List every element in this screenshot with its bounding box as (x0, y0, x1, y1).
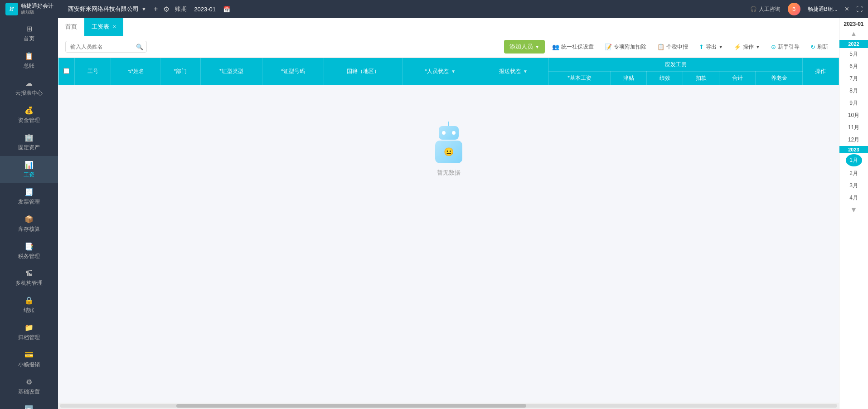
special-deduct-button[interactable]: 📝 专项附加扣除 (601, 41, 650, 53)
export-button[interactable]: ⬆ 导出 ▼ (695, 41, 727, 53)
add-person-arrow-icon: ▼ (535, 44, 539, 49)
month-2022-07[interactable]: 7月 (839, 73, 868, 85)
sidebar-label-invoice: 发票管理 (18, 198, 40, 206)
add-person-button[interactable]: 添加人员 ▼ (504, 40, 545, 54)
month-2023-03[interactable]: 3月 (839, 180, 868, 192)
guide-icon: 🆕 (24, 405, 34, 409)
operation-button[interactable]: ⚡ 操作 ▼ (730, 41, 764, 53)
user-avatar: B (788, 3, 800, 15)
sidebar-item-close-accounts[interactable]: 🔒 结账 (0, 292, 58, 319)
sidebar-item-asset[interactable]: 🏢 固定资产 (0, 129, 58, 156)
toolbar-right: 添加人员 ▼ 👥 统一社保设置 📝 专项附加扣除 📋 个税申报 ⬆ (504, 40, 832, 54)
sidebar-label-tax: 税务管理 (18, 253, 40, 260)
multi-icon: 🏗 (25, 269, 33, 278)
tab-wage-close[interactable]: × (113, 24, 116, 30)
robot-eye-left (442, 131, 446, 135)
header-id-type: *证型类型 (200, 58, 262, 85)
sidebar-item-home[interactable]: ⊞ 首页 (0, 20, 58, 47)
robot-face: 😐 (444, 147, 454, 157)
tab-wage-label: 工资表 (92, 23, 109, 31)
table-wrap: 工号 ⇅*姓名 *部门 *证型类型 *证型号码 国籍（地区） *人员状态 ▼ 报… (58, 58, 839, 403)
horizontal-scrollbar[interactable] (58, 403, 839, 409)
social-security-label: 统一社保设置 (561, 43, 594, 51)
month-2022-11[interactable]: 11月 (839, 122, 868, 134)
year-2023-badge: 2023 (839, 146, 868, 153)
tax-declare-label: 个税申报 (666, 43, 688, 51)
service-label: 人工咨询 (759, 5, 781, 13)
search-input[interactable] (65, 41, 147, 53)
header-employee-id: 工号 (75, 58, 111, 85)
header-performance: 绩效 (647, 72, 683, 85)
sidebar-item-ledger[interactable]: 📋 总账 (0, 47, 58, 74)
filter-report-status-icon: ▼ (523, 69, 528, 74)
year-2022-label: 2022 (839, 40, 868, 48)
close-window-button[interactable]: × (845, 5, 849, 13)
expand-window-button[interactable]: ⛶ (856, 5, 863, 13)
sidebar-item-settings[interactable]: ⚙ 基础设置 (0, 373, 58, 400)
month-2022-10[interactable]: 10月 (839, 109, 868, 122)
refresh-button[interactable]: ↻ 刷新 (807, 41, 832, 53)
export-icon: ⬆ (699, 44, 704, 50)
add-button[interactable]: + (154, 5, 158, 13)
inventory-icon: 📦 (24, 215, 34, 224)
sidebar-item-cloud[interactable]: ☁ 云报表中心 (0, 74, 58, 102)
scrollbar-thumb[interactable] (176, 404, 526, 408)
settings-nav-icon: ⚙ (26, 378, 32, 386)
invoice-icon: 🧾 (24, 188, 34, 196)
filter-person-status-icon: ▼ (451, 69, 456, 74)
guide-label: 新手引导 (778, 43, 800, 51)
sidebar-label-cloud: 云报表中心 (15, 89, 43, 97)
toolbar: 🔍 添加人员 ▼ 👥 统一社保设置 📝 专项附加扣除 📋 个税申报 (58, 36, 839, 58)
sidebar-item-tax[interactable]: 📑 税务管理 (0, 238, 58, 265)
social-security-button[interactable]: 👥 统一社保设置 (548, 41, 597, 53)
calendar-icon[interactable]: 📅 (223, 6, 230, 13)
refresh-label: 刷新 (817, 43, 828, 51)
sidebar-item-expense[interactable]: 💳 小畅报销 (0, 346, 58, 373)
right-date-panel: 2023-01 ▲ 2022 5月 6月 7月 8月 9月 10月 11月 12… (839, 18, 868, 409)
scroll-up-button[interactable]: ▲ (849, 28, 859, 40)
fund-icon: 💰 (24, 106, 34, 115)
sidebar-item-fund[interactable]: 💰 资金管理 (0, 102, 58, 129)
month-2023-02[interactable]: 2月 (839, 167, 868, 180)
company-selector[interactable]: 西安虾米网络科技有限公司 ▼ (68, 5, 146, 13)
add-person-label: 添加人员 (509, 43, 533, 51)
month-2022-08[interactable]: 8月 (839, 85, 868, 97)
main-layout: ⊞ 首页 📋 总账 ☁ 云报表中心 💰 资金管理 🏢 固定资产 📊 工资 🧾 发… (0, 18, 868, 409)
tab-wage[interactable]: 工资表 × (84, 18, 123, 36)
sidebar-item-guide[interactable]: 🆕 新手引导 (0, 400, 58, 409)
operation-arrow-icon: ▼ (756, 44, 760, 49)
asset-icon: 🏢 (24, 133, 34, 142)
tax-declare-button[interactable]: 📋 个税申报 (654, 41, 692, 53)
service-button[interactable]: 🎧 人工咨询 (750, 5, 781, 13)
sidebar-item-wage[interactable]: 📊 工资 (0, 156, 58, 183)
sidebar-label-asset: 固定资产 (18, 144, 40, 151)
robot-eye-right (452, 131, 456, 135)
month-2022-09[interactable]: 9月 (839, 97, 868, 109)
month-2023-01[interactable]: 1月 (846, 154, 862, 166)
scroll-down-button[interactable]: ▼ (849, 204, 859, 216)
select-all-checkbox[interactable] (63, 68, 69, 74)
month-2022-05[interactable]: 5月 (839, 48, 868, 60)
company-name: 西安虾米网络科技有限公司 (68, 5, 139, 13)
settings-button[interactable]: ⚙ (163, 5, 170, 14)
guide-button[interactable]: ⊙ 新手引导 (767, 41, 803, 53)
month-2022-06[interactable]: 6月 (839, 60, 868, 73)
operation-label: 操作 (743, 43, 754, 51)
robot-illustration: 😐 (435, 122, 462, 163)
scrollbar-track[interactable] (60, 404, 837, 408)
month-2023-04[interactable]: 4月 (839, 192, 868, 204)
tab-home[interactable]: 首页 (58, 18, 84, 36)
month-2022-12[interactable]: 12月 (839, 134, 868, 146)
sidebar-item-invoice[interactable]: 🧾 发票管理 (0, 183, 58, 210)
header-report-status: 报送状态 ▼ (478, 58, 549, 85)
sidebar-item-inventory[interactable]: 📦 库存核算 (0, 210, 58, 238)
sidebar-label-archive: 归档管理 (18, 334, 40, 341)
search-wrap: 🔍 (65, 41, 147, 53)
sidebar-label-ledger: 总账 (24, 62, 34, 70)
panel-header: 2023-01 (839, 18, 868, 28)
cloud-icon: ☁ (25, 79, 33, 88)
header-deduction: 扣款 (683, 72, 719, 85)
sidebar-item-archive[interactable]: 📁 归档管理 (0, 319, 58, 346)
search-button[interactable]: 🔍 (136, 44, 143, 50)
sidebar-item-multi[interactable]: 🏗 多机构管理 (0, 265, 58, 292)
